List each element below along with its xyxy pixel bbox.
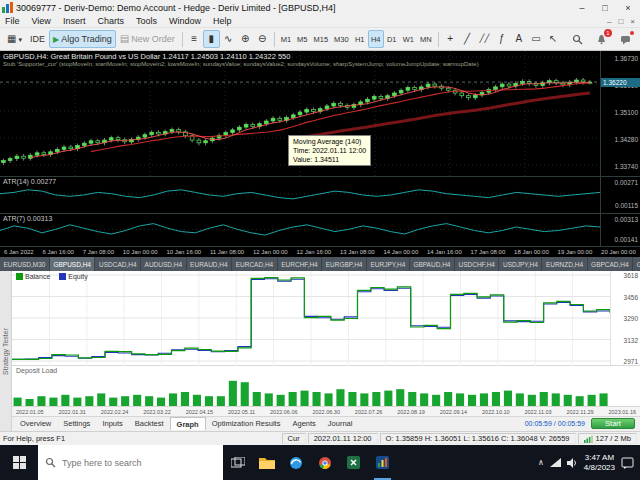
menu-window[interactable]: Window: [169, 16, 201, 26]
symbol-tab-eurgbp-h4[interactable]: EURGBP,H4: [322, 257, 367, 271]
menu-charts[interactable]: Charts: [97, 16, 124, 26]
symbol-tab-euraud-h4[interactable]: EURAUD,H4: [187, 257, 233, 271]
edge-icon: [289, 456, 303, 470]
tester-tab-overview[interactable]: Overview: [14, 417, 57, 430]
menu-file[interactable]: File: [5, 16, 20, 26]
price-axis[interactable]: 1.367301.359101.351001.342801.33740 0.00…: [600, 51, 640, 246]
tester-tab-optimization-results[interactable]: Optimization Results: [206, 417, 287, 430]
chart-area[interactable]: GBPUSD,H4: Great Britain Pound vs US Dol…: [0, 51, 640, 257]
shapes-button[interactable]: ▭: [527, 30, 544, 48]
notifications-button[interactable]: 1: [589, 30, 613, 48]
chart-close-button[interactable]: ×: [630, 17, 635, 26]
menu-tools[interactable]: Tools: [136, 16, 157, 26]
action-center-icon[interactable]: [621, 457, 634, 469]
taskbar-icon-excel[interactable]: [339, 445, 368, 480]
symbol-tab-gbpchf-h4[interactable]: GBPCHF,H4: [633, 257, 640, 271]
taskbar-clock[interactable]: 3:47 AM 4/8/2023: [584, 453, 615, 473]
zoom-in-button[interactable]: ⊕: [237, 30, 254, 48]
new-order-button[interactable]: ▤ New Order: [116, 30, 179, 48]
time-axis-label: 12 Jan 00:00: [253, 249, 288, 255]
timeframe-m5[interactable]: M5: [294, 30, 310, 48]
chart-minimize-button[interactable]: –: [607, 17, 611, 26]
timeframe-w1[interactable]: W1: [400, 30, 417, 48]
task-view-button[interactable]: [223, 445, 252, 480]
trendline-button[interactable]: ╱: [459, 30, 476, 48]
algo-trading-button[interactable]: ▶ Algo Trading: [49, 30, 116, 48]
menu-help[interactable]: Help: [213, 16, 232, 26]
new-chart-button[interactable]: ▦ ▾: [3, 30, 26, 48]
timeframe-h4[interactable]: H4: [368, 30, 384, 48]
tester-main: BalanceEquity 36183456329031322971 Depos…: [12, 271, 640, 431]
volume-icon[interactable]: [567, 458, 578, 468]
atr14-indicator-chart[interactable]: [0, 177, 600, 211]
timeframe-mn[interactable]: MN: [417, 30, 435, 48]
tester-tab-graph[interactable]: Graph: [170, 417, 206, 430]
symbol-tab-eurnzd-h4[interactable]: EURNZD,H4: [542, 257, 587, 271]
menu-view[interactable]: View: [32, 16, 51, 26]
taskbar-search[interactable]: [38, 445, 223, 480]
tester-graph-row[interactable]: BalanceEquity 36183456329031322971: [12, 271, 640, 366]
tester-side-tab[interactable]: Strategy Tester: [0, 271, 12, 431]
symbol-tab-gbpusd-h4[interactable]: GBPUSD,H4: [50, 257, 96, 271]
text-tool-button[interactable]: A: [510, 30, 527, 48]
maximize-button[interactable]: □: [595, 1, 615, 14]
balance-equity-chart[interactable]: [12, 271, 610, 366]
taskbar-icon-edge[interactable]: [281, 445, 310, 480]
tester-date-label: 2022.01.31: [58, 409, 86, 415]
timeframe-m15[interactable]: M15: [311, 30, 332, 48]
symbol-tab-eurjpy-h4[interactable]: EURJPY,H4: [367, 257, 410, 271]
symbol-tab-usdchf-h4[interactable]: USDCHF,H4: [455, 257, 499, 271]
network-icon[interactable]: [550, 458, 561, 467]
start-button[interactable]: Start: [591, 418, 635, 429]
zoom-out-button[interactable]: ⊖: [254, 30, 271, 48]
tray-chevron-up-icon[interactable]: ∧: [538, 458, 544, 467]
search-button[interactable]: [565, 30, 589, 48]
tester-tab-inputs[interactable]: Inputs: [96, 417, 128, 430]
channel-button[interactable]: ╱╱: [476, 30, 494, 48]
legend-swatch: [16, 273, 23, 280]
fibonacci-button[interactable]: ƒ: [493, 30, 510, 48]
timeframe-m1[interactable]: M1: [278, 30, 294, 48]
ide-button[interactable]: IDE: [26, 30, 49, 48]
timeframe-m30[interactable]: M30: [331, 30, 352, 48]
bar-chart-type-button[interactable]: ≡: [186, 30, 203, 48]
line-chart-type-button[interactable]: ∿: [220, 30, 237, 48]
chat-button[interactable]: [613, 30, 637, 48]
arrows-icon: ↖: [549, 34, 557, 44]
atr7-indicator-chart[interactable]: [0, 214, 600, 245]
crosshair-button[interactable]: +: [442, 30, 459, 48]
symbol-tab-eurchf-h4[interactable]: EURCHF,H4: [278, 257, 322, 271]
close-button[interactable]: ×: [618, 1, 638, 14]
taskbar-icon-metatrader[interactable]: [368, 445, 397, 480]
symbol-tab-audusd-h4[interactable]: AUDUSD,H4: [141, 257, 187, 271]
symbol-tab-gbpaud-h4[interactable]: GBPAUD,H4: [410, 257, 455, 271]
symbol-tab-usdjpy-h4[interactable]: USDJPY,H4: [499, 257, 542, 271]
timeframe-h1[interactable]: H1: [352, 30, 368, 48]
tester-tab-settings[interactable]: Settings: [57, 417, 96, 430]
traffic-label: 127 / 2 Mb: [596, 434, 631, 443]
menu-insert[interactable]: Insert: [63, 16, 86, 26]
chart-restore-button[interactable]: □: [618, 17, 623, 26]
tester-tab-agents[interactable]: Agents: [286, 417, 321, 430]
tester-tab-journal[interactable]: Journal: [322, 417, 359, 430]
symbol-tab-usdcad-h4[interactable]: USDCAD,H4: [95, 257, 141, 271]
tester-date-label: 2022.10.10: [482, 409, 510, 415]
timeframe-d1[interactable]: D1: [384, 30, 400, 48]
atr14-label: ATR(14) 0.00277: [3, 178, 56, 185]
minimize-button[interactable]: –: [572, 1, 592, 14]
symbol-tab-eurusd-m30[interactable]: EURUSD,M30: [0, 257, 50, 271]
tester-date-label: 2022.01.05: [16, 409, 44, 415]
search-input[interactable]: [62, 458, 192, 468]
symbol-tab-eurcad-h4[interactable]: EURCAD,H4: [232, 257, 278, 271]
deposit-load-chart[interactable]: [12, 376, 610, 406]
metatrader-window: 30069777 - Deriv-Demo: Demo Account - He…: [0, 0, 640, 480]
arrows-button[interactable]: ↖: [545, 30, 562, 48]
tester-tab-backtest[interactable]: Backtest: [129, 417, 170, 430]
deposit-load-row[interactable]: Deposit Load: [12, 366, 640, 407]
taskbar-icon-file-explorer[interactable]: [252, 445, 281, 480]
chart-time-axis[interactable]: 6 Jan 20226 Jan 16:007 Jan 08:0010 Jan 0…: [0, 246, 640, 257]
start-menu-button[interactable]: [0, 445, 38, 480]
taskbar-icon-chrome[interactable]: [310, 445, 339, 480]
symbol-tab-gbpcad-h4[interactable]: GBPCAD,H4: [588, 257, 634, 271]
candle-chart-type-button[interactable]: ▮: [203, 30, 220, 48]
